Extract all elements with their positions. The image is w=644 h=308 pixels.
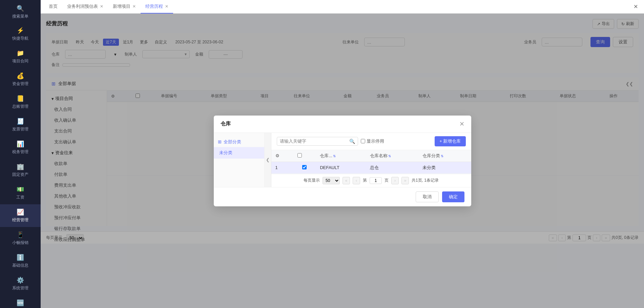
tab-profit-label: 业务利润预估表 — [67, 3, 98, 9]
th-category: 仓库分类⇅ — [418, 150, 471, 162]
modal-prev-page-btn[interactable]: ‹ — [353, 177, 360, 184]
tab-new-project[interactable]: 新增项目 ✕ — [108, 0, 141, 14]
modal-actions: 取消 确定 — [214, 187, 471, 206]
sidebar-item-label: 资金管理 — [12, 81, 28, 87]
modal-overlay: 仓库 ✕ ⊞ 全部分类 未分类 — [41, 14, 644, 308]
tab-home[interactable]: 首页 — [44, 0, 62, 14]
system-icon: ⚙️ — [17, 276, 24, 284]
window-close-btn[interactable]: ✕ — [631, 2, 641, 11]
table-gear-icon[interactable]: ⚙ — [275, 153, 279, 158]
show-disabled-label: 显示停用 — [367, 138, 384, 144]
grid-icon: ⊞ — [218, 139, 222, 144]
sidebar-item-xiaochang[interactable]: 📱 小畅报销 — [0, 227, 41, 250]
th-code: 仓库...⇅ — [316, 150, 366, 162]
th-check — [293, 150, 316, 162]
sidebar-item-system[interactable]: ⚙️ 系统管理 — [0, 272, 41, 295]
modal-header: 仓库 ✕ — [214, 116, 471, 133]
sidebar-item-invoice[interactable]: 🧾 发票管理 — [0, 114, 41, 136]
modal-search-input[interactable] — [280, 139, 347, 144]
sort-icon-name: ⇅ — [388, 154, 391, 158]
basic-info-icon: ℹ️ — [17, 254, 24, 261]
modal-select-all[interactable] — [297, 153, 302, 158]
guide-icon: 🆕 — [17, 299, 24, 307]
tab-new-project-close[interactable]: ✕ — [132, 4, 136, 9]
modal-collapse-btn[interactable]: ❮ — [265, 133, 271, 187]
search-icon: 🔍 — [17, 5, 24, 12]
sidebar-item-salary[interactable]: 💵 工资 — [0, 182, 41, 204]
sidebar-search[interactable]: 🔍 搜索菜单 — [12, 0, 28, 23]
table-row[interactable]: 1 DEFAULT 总仓 未分类 — [271, 162, 471, 173]
warehouse-modal: 仓库 ✕ ⊞ 全部分类 未分类 — [214, 116, 471, 206]
fixed-assets-icon: 🏢 — [17, 163, 24, 170]
show-disabled-checkbox-label[interactable]: 显示停用 — [361, 138, 384, 144]
sidebar-search-label: 搜索菜单 — [12, 14, 28, 19]
sidebar-item-label: 发票管理 — [12, 126, 28, 132]
sidebar-item-operations[interactable]: 📈 经营管理 — [0, 204, 41, 227]
all-category-header[interactable]: ⊞ 全部分类 — [214, 137, 264, 147]
sidebar-item-label: 固定资产 — [12, 172, 28, 178]
sidebar-item-fixed-assets[interactable]: 🏢 固定资产 — [0, 159, 41, 182]
operations-icon: 📈 — [17, 208, 24, 216]
sidebar-item-guide[interactable]: 🆕 新手引导 — [0, 295, 41, 308]
modal-footer-bar: 每页显示 50 100 « ‹ 第 页 › — [271, 174, 471, 187]
modal-first-page-btn[interactable]: « — [342, 177, 350, 184]
all-category-label: 全部分类 — [224, 139, 241, 145]
row-checkbox[interactable] — [302, 165, 307, 169]
sidebar-item-fund-management[interactable]: 💰 资金管理 — [0, 68, 41, 91]
sidebar-item-label: 基础信息 — [12, 263, 28, 268]
sidebar-item-label: 税务管理 — [12, 149, 28, 155]
sidebar-nav: ⚡ 快捷导航 📁 项目合同 💰 资金管理 📒 总账管理 🧾 发票管理 📊 — [0, 23, 41, 308]
sidebar-item-tax[interactable]: 📊 税务管理 — [0, 136, 41, 159]
modal-search-icon: 🔍 — [349, 139, 355, 144]
tab-jingying[interactable]: 经营历程 ✕ — [141, 0, 173, 14]
modal-page-input[interactable] — [370, 177, 382, 184]
row-index: 1 — [271, 162, 293, 173]
tab-profit[interactable]: 业务利润预估表 ✕ — [62, 0, 108, 14]
tab-bar: 首页 业务利润预估表 ✕ 新增项目 ✕ 经营历程 ✕ ✕ — [41, 0, 644, 14]
modal-last-page-btn[interactable]: » — [401, 177, 409, 184]
ledger-icon: 📒 — [17, 95, 24, 102]
modal-body: ⊞ 全部分类 未分类 ❮ — [214, 133, 471, 187]
sidebar-item-quick-nav[interactable]: ⚡ 快捷导航 — [0, 23, 41, 45]
confirm-btn[interactable]: 确定 — [442, 191, 464, 202]
th-name: 仓库名称⇅ — [366, 150, 418, 162]
sidebar-item-ledger[interactable]: 📒 总账管理 — [0, 91, 41, 114]
modal-title: 仓库 — [221, 121, 231, 127]
modal-total-info: 共1页, 1条记录 — [412, 178, 439, 183]
modal-sidebar: ⊞ 全部分类 未分类 — [214, 133, 265, 187]
modal-toolbar: 🔍 显示停用 + 新增仓库 — [271, 133, 471, 150]
tab-close-area: ✕ — [631, 3, 641, 10]
add-warehouse-btn[interactable]: + 新增仓库 — [435, 136, 465, 146]
tab-jingying-close[interactable]: ✕ — [165, 4, 168, 9]
project-icon: 📁 — [17, 49, 24, 57]
row-category: 未分类 — [418, 162, 471, 173]
modal-table-area: ⚙ 仓库...⇅ 仓库名称⇅ — [271, 150, 471, 174]
sort-icon-code: ⇅ — [333, 154, 336, 158]
tax-icon: 📊 — [17, 140, 24, 148]
modal-search-box: 🔍 — [277, 137, 358, 146]
row-name: 总仓 — [366, 162, 418, 173]
fund-icon: 💰 — [17, 72, 24, 80]
sort-icon-category: ⇅ — [441, 154, 443, 158]
page-area: 经营历程 ↗ 导出 ↻ 刷新 单据日期 — [41, 14, 644, 308]
sidebar-item-label: 快捷导航 — [12, 36, 28, 41]
tab-new-project-label: 新增项目 — [113, 3, 130, 9]
modal-close-btn[interactable]: ✕ — [459, 120, 464, 128]
collapse-icon: ❮ — [266, 157, 270, 162]
main-content: 首页 业务利润预估表 ✕ 新增项目 ✕ 经营历程 ✕ ✕ 经 — [41, 0, 644, 308]
modal-next-page-btn[interactable]: › — [391, 177, 399, 184]
sidebar-item-label: 总账管理 — [12, 104, 28, 109]
tab-profit-close[interactable]: ✕ — [100, 4, 103, 9]
tab-jingying-label: 经营历程 — [145, 3, 163, 9]
sidebar-item-project-contract[interactable]: 📁 项目合同 — [0, 45, 41, 68]
sidebar-item-label: 项目合同 — [12, 58, 28, 64]
show-disabled-checkbox[interactable] — [361, 139, 365, 143]
modal-per-page-select[interactable]: 50 100 — [323, 177, 340, 184]
modal-content: 🔍 显示停用 + 新增仓库 — [271, 133, 471, 187]
invoice-icon: 🧾 — [17, 118, 24, 125]
uncategorized-item[interactable]: 未分类 — [214, 147, 264, 159]
th-gear: ⚙ — [271, 150, 293, 162]
cancel-btn[interactable]: 取消 — [416, 191, 439, 202]
quick-nav-icon: ⚡ — [17, 27, 24, 34]
sidebar-item-basic-info[interactable]: ℹ️ 基础信息 — [0, 250, 41, 272]
